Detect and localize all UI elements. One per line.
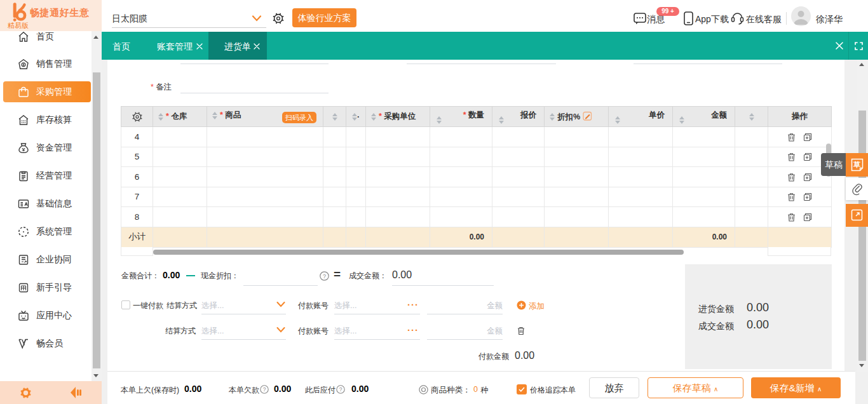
svg-text:草: 草 [853,161,860,168]
svg-text:?: ? [339,386,342,393]
svg-text:?: ? [263,386,266,393]
svg-text:?: ? [323,273,326,279]
